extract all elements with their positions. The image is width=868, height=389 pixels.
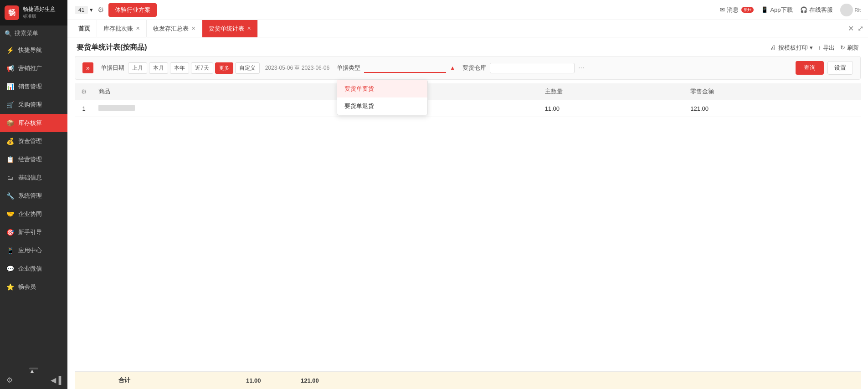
sidebar-item-label: 企业协同 [18, 210, 42, 218]
main: 41 ▾ ⚙ 体验行业方案 ✉ 消息 99+ 📱 App下载 🎧 在线客服 R [67, 0, 868, 389]
sidebar-item-inventory[interactable]: 📦 库存核算 [0, 114, 67, 132]
online-service-btn[interactable]: 🎧 在线客服 [800, 6, 833, 14]
type-filter-label: 单据类型 [337, 64, 360, 72]
table-body: 1 块 11.00 121.00 [75, 100, 861, 117]
sidebar-logo: 畅 畅捷通好生意 标准版 [0, 0, 67, 26]
sidebar-item-label: 基础信息 [18, 174, 42, 182]
print-btn[interactable]: 🖨 按模板打印 ▾ [770, 44, 813, 52]
sidebar-item-operations[interactable]: 📋 经营管理 [0, 150, 67, 169]
warehouse-input[interactable] [490, 63, 575, 73]
table-header: ⚙ 商品 主计量单位 主数量 零售金额 [75, 83, 861, 100]
scroll-up-btn[interactable]: ▲ [29, 368, 38, 369]
sidebar-item-purchase[interactable]: 🛒 采购管理 [0, 96, 67, 114]
topbar: 41 ▾ ⚙ 体验行业方案 ✉ 消息 99+ 📱 App下载 🎧 在线客服 R [67, 0, 868, 20]
refresh-btn[interactable]: ↻ 刷新 [840, 44, 859, 52]
store-selector[interactable]: 41 ▾ [75, 6, 93, 14]
sales-icon: 📊 [5, 82, 15, 91]
store-dropdown-arrow: ▾ [90, 6, 93, 13]
tab-order-stats[interactable]: 要货单统计表 ✕ [202, 20, 258, 37]
tab-receive-summary[interactable]: 收发存汇总表 ✕ [147, 20, 202, 37]
sidebar-item-quick-nav[interactable]: ⚡ 快捷导航 [0, 41, 67, 59]
col-qty: 主数量 [539, 83, 685, 100]
type-input[interactable] [364, 63, 446, 73]
sidebar-item-label: 企业微信 [18, 265, 42, 273]
wechat-icon: 💬 [5, 264, 15, 273]
collapse-icon[interactable]: ◀▐ [51, 376, 61, 384]
trial-industry-btn[interactable]: 体验行业方案 [108, 3, 157, 17]
type-dropdown-arrow[interactable]: ▲ [450, 65, 455, 71]
tab-home-label: 首页 [78, 25, 90, 33]
export-btn[interactable]: ↑ 导出 [818, 44, 835, 52]
headset-icon: 🎧 [800, 6, 807, 13]
online-service-label: 在线客服 [809, 6, 833, 14]
footer-label: 合计 [82, 376, 191, 384]
print-arrow: ▾ [810, 44, 813, 51]
sidebar-item-finance[interactable]: 💰 资金管理 [0, 132, 67, 150]
tab-receive-summary-close[interactable]: ✕ [191, 26, 195, 31]
tab-close-all-icon[interactable]: ✕ [848, 24, 854, 33]
avatar [840, 4, 853, 16]
query-btn[interactable]: 查询 [796, 61, 824, 75]
logo-text-group: 畅捷通好生意 标准版 [23, 6, 56, 20]
sidebar-search[interactable]: 🔍 搜索菜单 [0, 26, 67, 41]
store-number: 41 [75, 6, 88, 14]
logo-sub: 标准版 [23, 13, 56, 20]
filter-action-btns: 查询 设置 [796, 61, 853, 75]
sidebar-item-basic[interactable]: 🗂 基础信息 [0, 169, 67, 187]
settings-icon[interactable]: ⚙ [6, 376, 13, 384]
export-label: 导出 [823, 44, 835, 52]
footer-amount: 121.00 [301, 377, 355, 384]
logo-icon: 畅 [5, 5, 19, 20]
sidebar-item-sales[interactable]: 📊 销售管理 [0, 77, 67, 96]
warehouse-filter-label: 要货仓库 [462, 64, 486, 72]
7days-btn[interactable]: 近7天 [191, 62, 213, 74]
row-amount: 121.00 [685, 100, 861, 117]
sidebar-item-label: 新手引导 [18, 228, 42, 236]
tab-order-stats-close[interactable]: ✕ [247, 26, 251, 31]
topbar-settings-icon[interactable]: ⚙ [98, 5, 104, 14]
sidebar-item-app-center[interactable]: 📱 应用中心 [0, 241, 67, 260]
tab-batch-account[interactable]: 库存批次账 ✕ [97, 20, 147, 37]
sidebar-item-marketing[interactable]: 📢 营销推广 [0, 59, 67, 77]
sidebar-item-label: 资金管理 [18, 137, 42, 145]
tabbar-actions: ✕ ⤢ [848, 24, 863, 33]
sidebar-item-enterprise[interactable]: 🤝 企业协同 [0, 205, 67, 223]
app-center-icon: 📱 [5, 246, 15, 255]
more-btn[interactable]: 更多 [215, 62, 233, 74]
marketing-icon: 📢 [5, 64, 15, 73]
user-menu[interactable]: Rit [840, 4, 861, 16]
tab-home[interactable]: 首页 [72, 20, 97, 37]
system-icon: 🔧 [5, 191, 15, 200]
tab-receive-summary-label: 收发存汇总表 [153, 25, 189, 33]
app-download-label: App下载 [770, 6, 792, 14]
column-settings-icon[interactable]: ⚙ [81, 88, 87, 95]
app-download-btn[interactable]: 📱 App下载 [761, 6, 792, 14]
tab-expand-icon[interactable]: ⤢ [858, 24, 863, 33]
quick-nav-icon: ⚡ [5, 46, 15, 55]
messages-btn[interactable]: ✉ 消息 99+ [720, 6, 754, 14]
more-filter-icon[interactable]: ··· [578, 64, 584, 72]
filter-expand-btn[interactable]: » [82, 62, 93, 73]
table-footer: 合计 11.00 121.00 [75, 371, 861, 389]
sidebar-item-system[interactable]: 🔧 系统管理 [0, 187, 67, 205]
sidebar-item-guide[interactable]: 🎯 新手引导 [0, 223, 67, 241]
sidebar: 畅 畅捷通好生意 标准版 🔍 搜索菜单 ⚡ 快捷导航 📢 营销推广 📊 销售管理… [0, 0, 67, 389]
this-month-btn[interactable]: 本月 [149, 62, 168, 74]
table-wrap: ⚙ 商品 主计量单位 主数量 零售金额 1 块 [75, 83, 861, 371]
custom-btn[interactable]: 自定义 [235, 62, 260, 74]
sidebar-item-vip[interactable]: ⭐ 畅会员 [0, 278, 67, 296]
inventory-icon: 📦 [5, 118, 15, 128]
tab-batch-account-close[interactable]: ✕ [136, 26, 140, 31]
dropdown-item-order-goods[interactable]: 要货单要货 [337, 80, 427, 97]
purchase-icon: 🛒 [5, 100, 15, 109]
guide-icon: 🎯 [5, 228, 15, 237]
sidebar-item-wechat[interactable]: 💬 企业微信 [0, 260, 67, 278]
dropdown-item-order-return[interactable]: 要货单退货 [337, 97, 427, 115]
filter-settings-btn[interactable]: 设置 [827, 61, 853, 75]
topbar-right: ✉ 消息 99+ 📱 App下载 🎧 在线客服 Rit [720, 4, 861, 16]
this-year-btn[interactable]: 本年 [170, 62, 189, 74]
last-month-btn[interactable]: 上月 [128, 62, 147, 74]
row-qty: 11.00 [539, 100, 685, 117]
messages-badge: 99+ [741, 7, 754, 13]
sidebar-item-label: 畅会员 [18, 283, 36, 291]
